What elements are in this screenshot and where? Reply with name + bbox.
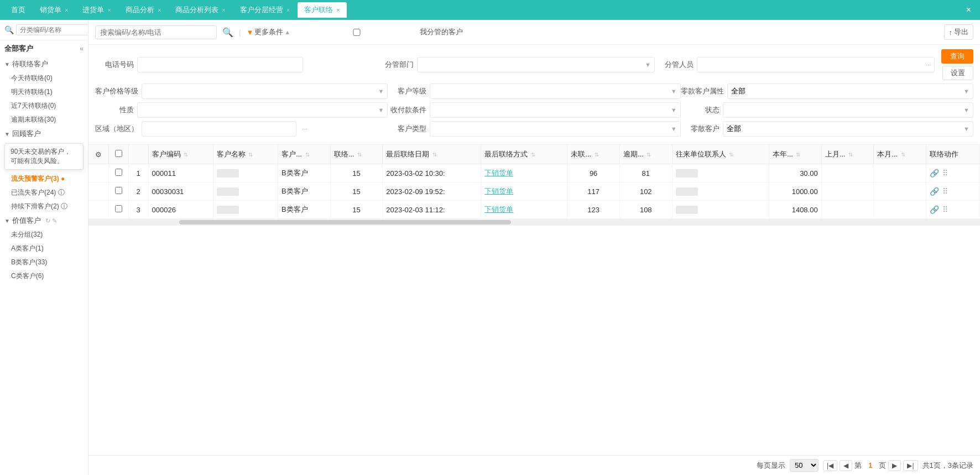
tab-analysis-list-close[interactable]: × [222, 7, 225, 13]
table-settings-icon[interactable]: ⚙ [95, 150, 102, 159]
row-num: 1 [128, 164, 148, 182]
page-size-select[interactable]: 50 100 [790, 459, 819, 472]
search-button[interactable]: 🔍 [222, 27, 233, 38]
sidebar-search-input[interactable] [16, 24, 88, 35]
tab-purchase-close[interactable]: × [107, 7, 111, 13]
all-customers-header[interactable]: 全部客户 « [0, 40, 88, 57]
status-select[interactable]: ▼ [723, 102, 973, 118]
sidebar-item-today[interactable]: 今天待联络(0) [0, 71, 88, 85]
export-button[interactable]: ↑ 导出 [944, 24, 974, 40]
tab-purchase[interactable]: 进货单 × [76, 2, 117, 18]
region-more-icon[interactable]: ··· [300, 125, 310, 133]
sidebar-group-value[interactable]: ▼ 价值客户 ↻ ✎ [0, 213, 88, 228]
settings-col-header[interactable]: ⚙ [88, 145, 108, 164]
sidebar-item-retain[interactable]: 持续下滑客户(2) ⓘ [0, 200, 88, 213]
row-overdue: 102 [619, 182, 672, 201]
horizontal-scrollbar[interactable] [88, 219, 980, 226]
col-last-method[interactable]: 最后联络方式 ⇅ [481, 145, 567, 164]
tab-customer-segment-close[interactable]: × [286, 7, 290, 13]
col-overdue[interactable]: 逾期... ⇅ [619, 145, 672, 164]
price-grade-select[interactable]: ▼ [142, 83, 388, 99]
gender-select[interactable]: ▼ [137, 102, 388, 118]
row-category: B类客户 [278, 182, 331, 201]
price-grade-label: 客户价格等级 [95, 86, 138, 96]
prev-page-button[interactable]: ◀ [840, 460, 852, 471]
region-input[interactable] [142, 121, 296, 137]
row-action-link-icon[interactable]: 🔗 [930, 205, 939, 214]
scrollbar-thumb[interactable] [179, 220, 511, 225]
row-overdue: 81 [619, 164, 672, 182]
sidebar-group-churn-label: 回顾客户 [12, 129, 41, 139]
tab-sales[interactable]: 销货单 × [33, 2, 75, 18]
row-this-month [874, 164, 926, 182]
tab-customer-link-close[interactable]: × [336, 7, 340, 13]
col-uncontacted[interactable]: 未联... ⇅ [567, 145, 620, 164]
col-this-year[interactable]: 本年... ⇅ [769, 145, 822, 164]
tab-analysis-list[interactable]: 商品分析列表 × [169, 2, 232, 18]
tab-home[interactable]: 首页 [4, 2, 32, 18]
col-category[interactable]: 客户... ⇅ [278, 145, 331, 164]
search-input[interactable] [95, 25, 217, 39]
my-customers-checkbox[interactable] [296, 29, 418, 36]
dept-label: 分管部门 [375, 60, 414, 70]
row-actions: 🔗 ⠿ [926, 201, 979, 219]
next-page-button[interactable]: ▶ [888, 460, 901, 471]
sidebar-item-a-class[interactable]: A类客户(1) [0, 242, 88, 255]
sidebar-search-icon[interactable]: 🔍 [4, 25, 14, 34]
tab-analysis[interactable]: 商品分析 × [119, 2, 168, 18]
col-last-month[interactable]: 上月... ⇅ [821, 145, 874, 164]
row-code: 000026 [148, 201, 213, 219]
row-action-more-icon[interactable]: ⠿ [942, 187, 948, 196]
sort-icon-contact: ⇅ [357, 152, 362, 158]
sidebar-item-churn-predict[interactable]: 流失预警客户(3) ● [0, 172, 88, 186]
sidebar-item-b-class[interactable]: B类客户(33) [0, 255, 88, 269]
row-last-method[interactable]: 下销货单 [481, 182, 567, 201]
row-checkbox[interactable] [115, 205, 122, 212]
row-action-more-icon[interactable]: ⠿ [942, 205, 948, 214]
sidebar-group-churn[interactable]: ▼ 回顾客户 [0, 127, 88, 141]
col-contact[interactable]: 联络... ⇅ [330, 145, 383, 164]
zero-attr-select[interactable]: 全部 ▼ [727, 83, 973, 99]
more-filter-label: 更多条件 [254, 27, 283, 37]
col-unit-contact[interactable]: 往来单位联系人 ⇅ [672, 145, 769, 164]
query-button[interactable]: 查询 [941, 49, 973, 64]
col-name[interactable]: 客户名称 ⇅ [213, 145, 278, 164]
first-page-button[interactable]: |◀ [823, 460, 837, 471]
settings-button[interactable]: 设置 [942, 66, 973, 80]
row-action-more-icon[interactable]: ⠿ [942, 169, 948, 178]
select-all-checkbox[interactable] [115, 150, 122, 157]
sidebar-item-tomorrow[interactable]: 明天待联络(1) [0, 85, 88, 99]
dept-select[interactable]: ▼ [417, 57, 655, 72]
tab-customer-link[interactable]: 客户联络 × [298, 2, 346, 18]
phone-input[interactable] [137, 57, 303, 72]
row-checkbox[interactable] [115, 187, 122, 194]
manager-select[interactable]: ··· [697, 57, 935, 72]
col-last-date[interactable]: 最后联络日期 ⇅ [383, 145, 481, 164]
last-page-button[interactable]: ▶| [903, 460, 918, 471]
row-last-method[interactable]: 下销货单 [481, 201, 567, 219]
row-name [213, 164, 278, 182]
tab-customer-segment[interactable]: 客户分层经营 × [233, 2, 296, 18]
tab-analysis-close[interactable]: × [158, 7, 161, 13]
col-this-month[interactable]: 本月... ⇅ [874, 145, 926, 164]
sidebar-group-pending[interactable]: ▼ 待联络客户 [0, 57, 88, 71]
row-last-method[interactable]: 下销货单 [481, 164, 567, 182]
zero-customer-select[interactable]: 全部 ▼ [723, 121, 973, 137]
tab-sales-close[interactable]: × [65, 7, 68, 13]
sidebar-item-week[interactable]: 近7天待联络(0) [0, 99, 88, 113]
row-action-link-icon[interactable]: 🔗 [930, 187, 939, 196]
sidebar-item-overdue-contact[interactable]: 逾期未联络(30) [0, 113, 88, 127]
payment-select[interactable]: ▼ [430, 102, 680, 118]
row-action-link-icon[interactable]: 🔗 [930, 169, 939, 178]
sort-icon-unit: ⇅ [729, 152, 733, 158]
row-checkbox[interactable] [115, 169, 122, 176]
sidebar-item-churned[interactable]: 已流失客户(24) ⓘ [0, 186, 88, 200]
window-close-button[interactable]: × [962, 5, 976, 15]
col-code[interactable]: 客户编码 ⇅ [148, 145, 213, 164]
sidebar-item-ungroup[interactable]: 未分组(32) [0, 228, 88, 242]
tab-purchase-label: 进货单 [82, 5, 104, 15]
more-filter-button[interactable]: ▼ 更多条件 ▲ [246, 27, 290, 37]
customer-type-select[interactable]: ▼ [430, 121, 680, 137]
sidebar-item-c-class[interactable]: C类客户(6) [0, 269, 88, 283]
customer-grade-select[interactable]: ▼ [430, 83, 680, 99]
